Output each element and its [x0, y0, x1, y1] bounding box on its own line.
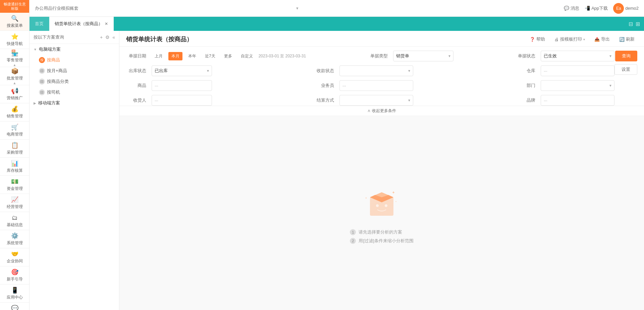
workspace-dropdown-icon[interactable]: ▾: [296, 6, 299, 11]
by-goods-icon: 按: [39, 57, 45, 63]
sidebar-item-marketing[interactable]: 📢 营销推广: [0, 85, 29, 103]
doc-status-select[interactable]: 已生效 ▾: [541, 51, 614, 61]
tip-num-2: 2: [350, 238, 356, 244]
sidebar-search-label: 搜索菜单: [7, 23, 23, 29]
scheme-settings-button[interactable]: ⚙: [105, 35, 110, 40]
by-goods-label: 按商品: [47, 57, 60, 63]
left-panel-header: 按以下方案查询 + ⚙ «: [30, 31, 119, 44]
empty-state-tips: 1 请先选择要分析的方案 2 用[过滤]条件来缩小分析范围: [350, 229, 413, 244]
sidebar-item-ecommerce[interactable]: 🛒 电商管理: [0, 121, 29, 140]
left-panel: 按以下方案查询 + ⚙ « ▼ 电脑端方案 按 按商品 ⊟ 按月+商品: [30, 31, 119, 310]
marketing-icon: 📢: [11, 87, 18, 95]
sidebar-item-search[interactable]: 🔍 搜索菜单: [0, 13, 29, 31]
refresh-button[interactable]: 🔄 刷新: [616, 35, 637, 44]
app-center-icon: 📱: [11, 287, 18, 294]
export-button[interactable]: 📤 导出: [592, 35, 612, 44]
query-button[interactable]: 查询: [615, 51, 637, 61]
doc-type-select[interactable]: 销货单 ▾: [393, 51, 453, 61]
app-logo: 畅捷通好生意 标版: [0, 0, 29, 13]
goods-label: 商品: [126, 83, 146, 89]
recipient-input[interactable]: ···: [152, 95, 212, 106]
message-label: 消息: [571, 5, 579, 11]
mobile-section-label: 移动端方案: [38, 100, 60, 106]
tab-sales-stat[interactable]: 销货单统计表（按商品） ✕: [49, 17, 114, 31]
tree-item-by-cashier[interactable]: ⊟ 按司机: [30, 87, 119, 98]
basic-info-icon: 🗂: [12, 214, 18, 221]
print-dropdown-icon: ▾: [583, 38, 585, 41]
user-menu[interactable]: Ea demo2: [613, 3, 639, 14]
tab-close-icon[interactable]: ✕: [105, 21, 108, 26]
window-controls: ⊟ ⊞: [625, 17, 644, 31]
help-button[interactable]: ❓ 帮助: [527, 35, 548, 44]
warehouse-placeholder: ···: [544, 68, 611, 73]
svg-point-5: [385, 204, 387, 207]
enterprise-icon: 🤝: [11, 250, 18, 258]
collapse-filter-bar[interactable]: ∧ 收起更多条件: [119, 106, 644, 116]
section-label: 电脑端方案: [39, 46, 61, 52]
minimize-icon[interactable]: ⊟: [629, 21, 633, 27]
date-btn-custom[interactable]: 自定义: [238, 52, 256, 60]
tree-section-desktop[interactable]: ▼ 电脑端方案: [30, 44, 119, 55]
maximize-icon[interactable]: ⊞: [636, 21, 640, 27]
by-category-label: 按商品分类: [47, 79, 69, 85]
settings-button[interactable]: 设置: [614, 64, 637, 75]
sidebar-item-retail[interactable]: 🏪 零售管理 ▲: [0, 49, 29, 67]
sidebar-item-wholesale[interactable]: 📦 批发管理 ▲: [0, 67, 29, 85]
message-button[interactable]: 💬 消息: [564, 5, 579, 11]
salesperson-input[interactable]: ···: [339, 80, 413, 91]
date-range-text: 2023-03-01 至 2023-03-31: [259, 53, 306, 59]
tree-item-by-goods[interactable]: 按 按商品: [30, 55, 119, 65]
sidebar-item-enterprise-wechat[interactable]: 💬 企业微信: [0, 303, 29, 310]
doc-status-label: 单据状态: [515, 53, 535, 59]
sidebar-item-purchase[interactable]: 📋 采购管理: [0, 140, 29, 158]
payment-status-select[interactable]: ▾: [339, 65, 413, 76]
sidebar-enterprise-label: 企业协同: [7, 258, 23, 264]
filter-row-2: 出库状态 已出库 ▾ 收款状态 ▾: [126, 65, 614, 76]
print-button[interactable]: 🖨 按模板打印 ▾: [552, 35, 588, 44]
sidebar-item-enterprise[interactable]: 🤝 企业协同: [0, 248, 29, 266]
date-btn-last-7days[interactable]: 近7天: [202, 52, 218, 60]
content-area: 按以下方案查询 + ⚙ « ▼ 电脑端方案 按 按商品 ⊟ 按月+商品: [30, 31, 644, 310]
download-icon: 📲: [585, 6, 590, 11]
warehouse-input[interactable]: ···: [541, 65, 614, 76]
filter-main: 单据日期 上月 本月 本年 近7天 更多 自定义 2023-03-01 至 20…: [119, 47, 614, 106]
department-select[interactable]: ▾: [541, 80, 614, 91]
app-download-button[interactable]: 📲 App下载: [585, 5, 608, 11]
collapse-panel-button[interactable]: «: [112, 35, 115, 40]
add-scheme-button[interactable]: +: [100, 35, 103, 40]
collapse-label: ∧ 收起更多条件: [367, 108, 396, 113]
brand-input[interactable]: ···: [541, 95, 614, 106]
out-status-select[interactable]: 已出库 ▾: [152, 65, 212, 76]
tabbar-spacer: [114, 17, 625, 31]
by-cashier-label: 按司机: [47, 89, 60, 95]
out-status-label: 出库状态: [126, 68, 146, 74]
empty-state-illustration: ✦ ✦ ✦: [362, 182, 402, 222]
tree-section-mobile[interactable]: ▶ 移动端方案: [30, 98, 119, 108]
sidebar-item-quick-nav[interactable]: ⭐ 快捷导航: [0, 31, 29, 49]
sidebar-system-label: 系统管理: [7, 240, 23, 246]
purchase-icon: 📋: [11, 142, 18, 149]
sidebar-item-system[interactable]: ⚙️ 系统管理: [0, 230, 29, 248]
sidebar-item-operations[interactable]: 📈 经营管理: [0, 194, 29, 212]
payment-method-select[interactable]: ▾: [339, 95, 413, 106]
date-btn-this-year[interactable]: 本年: [185, 52, 199, 60]
tree-item-by-month-goods[interactable]: ⊟ 按月+商品: [30, 65, 119, 76]
date-btn-last-month[interactable]: 上月: [152, 52, 166, 60]
sidebar-item-guide[interactable]: 🎯 新手引导: [0, 266, 29, 285]
mobile-section-expand-icon: ▶: [34, 101, 36, 105]
sidebar-item-sales[interactable]: 💰 销售管理: [0, 103, 29, 121]
tree-item-by-category[interactable]: ⊟ 按商品分类: [30, 76, 119, 87]
right-panel: 销货单统计表（按商品） ❓ 帮助 🖨 按模板打印 ▾ 📤 导出: [119, 31, 644, 310]
brand-placeholder: ···: [544, 98, 611, 103]
date-btn-more[interactable]: 更多: [221, 52, 235, 60]
sidebar-item-basic-info[interactable]: 🗂 基础信息: [0, 212, 29, 230]
date-btn-this-month[interactable]: 本月: [168, 52, 182, 60]
tab-home[interactable]: 首页: [30, 17, 49, 31]
sidebar-item-inventory[interactable]: 📊 库存核算: [0, 158, 29, 176]
data-area: ✦ ✦ ✦ 1 请先选择要分析的方案 2 用[过滤]条件来缩小分析范围: [119, 116, 644, 310]
sidebar-item-finance[interactable]: 💵 资金管理: [0, 176, 29, 194]
guide-icon: 🎯: [11, 268, 18, 276]
goods-input[interactable]: ···: [152, 80, 212, 91]
sidebar-item-app-center[interactable]: 📱 应用中心: [0, 285, 29, 303]
filter-area-wrapper: 单据日期 上月 本月 本年 近7天 更多 自定义 2023-03-01 至 20…: [119, 47, 644, 116]
